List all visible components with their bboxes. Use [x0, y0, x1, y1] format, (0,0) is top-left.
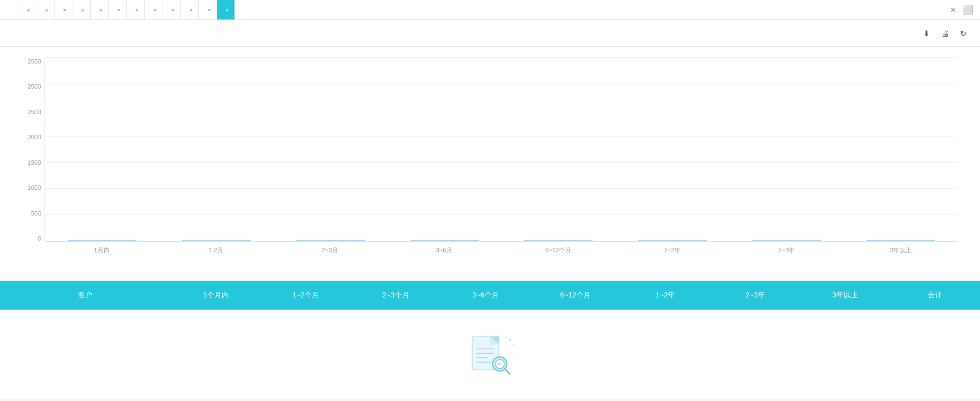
print-button[interactable]: 🖨 — [941, 29, 951, 38]
print-icon: 🖨 — [941, 29, 949, 38]
close-icon[interactable]: × — [207, 7, 210, 13]
y-axis-label: 2500 — [28, 109, 41, 115]
table-header-cell: 合计 — [890, 290, 980, 300]
table-header: 客户1个月内1~2个月2~3个月3~6个月6~12个月1~2年2~3年3年以上合… — [0, 281, 980, 310]
grid-line — [45, 214, 958, 215]
chart-area: 0500100015002000250025002500 1月内1-2月2~3月… — [0, 47, 980, 281]
tab-ap-stats[interactable]: × — [163, 0, 181, 20]
close-icon[interactable]: × — [117, 7, 120, 13]
bar — [638, 240, 707, 241]
page-header: ⬇ 🖨 ↻ — [0, 20, 980, 47]
y-axis-label: 1000 — [28, 184, 41, 191]
tab-equity-change[interactable]: × — [127, 0, 145, 20]
svg-point-12 — [509, 339, 512, 341]
table-header-cell: 6~12个月 — [531, 290, 620, 300]
chart-container: 0500100015002000250025002500 1月内1-2月2~3月… — [22, 58, 958, 258]
svg-line-9 — [504, 369, 510, 374]
bar — [752, 240, 821, 241]
y-axis-label: 2500 — [28, 58, 41, 65]
table-body — [0, 310, 980, 399]
bar — [182, 240, 251, 241]
tab-ar-aging[interactable]: × — [217, 0, 235, 20]
tab-expense-stats[interactable]: × — [181, 0, 199, 20]
y-axis-label: 500 — [31, 210, 41, 217]
svg-point-14 — [506, 336, 508, 338]
close-icon[interactable]: × — [226, 7, 229, 13]
grid-line — [45, 188, 958, 189]
refresh-icon: ↻ — [960, 29, 967, 38]
bar — [68, 240, 136, 241]
tab-cashflow-quarterly[interactable]: × — [109, 0, 126, 20]
x-axis-label: 3~6月 — [387, 246, 501, 255]
close-icon[interactable]: × — [63, 7, 66, 13]
table-header-cell: 1~2个月 — [261, 290, 350, 300]
bar-group — [524, 240, 592, 241]
table-header-cell: 1个月内 — [171, 290, 261, 300]
bar-group — [638, 240, 707, 241]
tab-balance-sheet[interactable]: × — [36, 0, 54, 20]
x-axis-label: 6~12个月 — [501, 246, 615, 255]
bar-group — [410, 240, 479, 241]
bar-group — [866, 240, 935, 241]
y-axis-label: 2000 — [28, 134, 41, 140]
tab-inventory[interactable]: × — [18, 0, 36, 20]
y-axis-label: 1500 — [28, 159, 41, 166]
x-axis-label: 1-2月 — [159, 246, 273, 255]
grid-line — [45, 110, 958, 110]
grid-line — [45, 136, 958, 136]
table-header-cell: 2~3个月 — [351, 290, 440, 300]
bar — [866, 240, 935, 241]
x-axis-label: 3年以上 — [844, 246, 958, 255]
tab-cashflow[interactable]: × — [91, 0, 109, 20]
x-axis: 1月内1-2月2~3月3~6月6~12个月1~2年2~3年3年以上 — [45, 242, 958, 258]
tab-bar-actions: × ⬜ — [948, 3, 976, 16]
window-maximize-button[interactable]: ⬜ — [960, 3, 976, 16]
close-icon[interactable]: × — [27, 7, 30, 13]
tab-operations[interactable]: × — [199, 0, 217, 20]
grid-line — [45, 57, 958, 58]
y-axis: 0500100015002000250025002500 — [22, 58, 45, 242]
tab-bar: × × × × × × × × × × × × — [0, 0, 980, 20]
x-axis-label: 1月内 — [45, 246, 159, 255]
table-header-cell: 客户 — [0, 290, 171, 300]
close-icon[interactable]: × — [171, 7, 175, 13]
header-actions: ⬇ 🖨 ↻ — [923, 29, 969, 38]
grid-line — [45, 162, 958, 163]
close-icon[interactable]: × — [189, 7, 193, 13]
y-axis-label: 0 — [38, 235, 41, 242]
close-icon[interactable]: × — [81, 7, 84, 13]
table-header-cell: 2~3年 — [710, 290, 800, 300]
main-content: 0500100015002000250025002500 1月内1-2月2~3月… — [0, 47, 980, 399]
no-data-icon — [462, 332, 518, 376]
y-axis-label: 2500 — [28, 83, 41, 90]
bar — [410, 240, 479, 241]
close-icon[interactable]: × — [153, 7, 156, 13]
svg-point-8 — [496, 360, 504, 369]
tab-ar-stats[interactable]: × — [145, 0, 163, 20]
tab-profit-quarterly[interactable]: × — [72, 0, 90, 20]
bar-group — [68, 240, 136, 241]
table-header-cell: 3~6个月 — [440, 290, 530, 300]
empty-state — [462, 332, 518, 376]
close-icon[interactable]: × — [135, 7, 139, 13]
tab-profit[interactable]: × — [55, 0, 72, 20]
bar-group — [752, 240, 821, 241]
window-close-button[interactable]: × — [948, 4, 958, 16]
table-header-cell: 3年以上 — [800, 290, 890, 300]
chart-plot — [45, 58, 958, 242]
bar-group — [182, 240, 251, 241]
close-icon[interactable]: × — [99, 7, 102, 13]
refresh-button[interactable]: ↻ — [960, 29, 969, 38]
grid-line — [45, 84, 958, 84]
bar-group — [296, 240, 365, 241]
tab-home[interactable] — [4, 0, 18, 20]
x-axis-label: 2~3月 — [273, 246, 387, 255]
download-button[interactable]: ⬇ — [923, 29, 932, 38]
table-header-cell: 1~2年 — [620, 290, 710, 300]
svg-point-13 — [512, 344, 514, 345]
download-icon: ⬇ — [923, 29, 930, 38]
bar — [524, 240, 592, 241]
x-axis-label: 2~3年 — [729, 246, 844, 255]
x-axis-label: 1~2年 — [615, 246, 729, 255]
close-icon[interactable]: × — [45, 7, 48, 13]
